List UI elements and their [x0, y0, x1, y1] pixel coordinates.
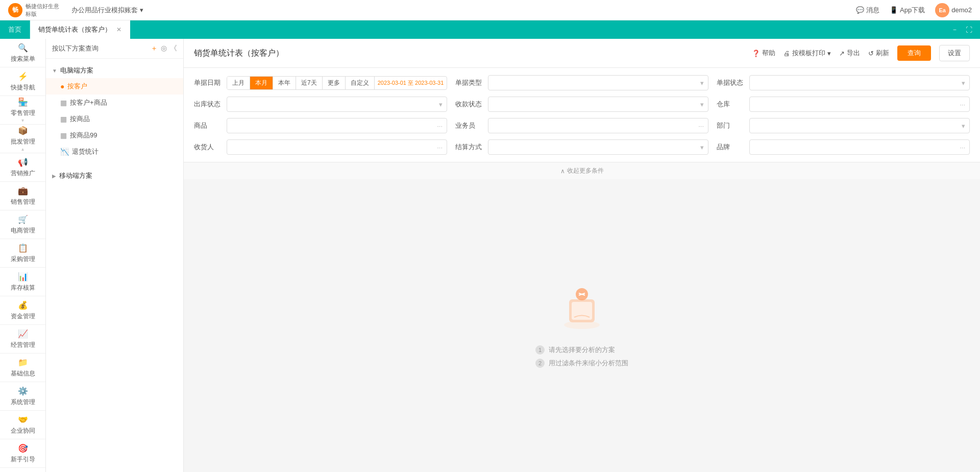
main-layout: 🔍 搜索菜单 ⚡ 快捷导航 🏪 零售管理 ▾ 📦 批发管理 ▴ 📢 营销推广 💼…	[0, 39, 980, 472]
payment-status-select[interactable]: ▾	[488, 97, 708, 112]
mobile-group-header[interactable]: ▶ 移动端方案	[46, 168, 183, 183]
doc-type-filter-item: 单据类型 ▾	[455, 75, 708, 90]
sidebar-item-retail[interactable]: 🏪 零售管理 ▾	[0, 96, 45, 125]
sidebar-item-label: 电商管理	[11, 226, 35, 235]
sidebar-item-basic-info[interactable]: 📁 基础信息	[0, 353, 45, 382]
window-minimize-button[interactable]: －	[949, 25, 960, 35]
by-goods-icon: ▦	[60, 115, 67, 123]
sidebar-item-quick-nav[interactable]: ⚡ 快捷导航	[0, 67, 45, 96]
scheme-label: 按客户	[67, 82, 87, 91]
sidebar-item-ecommerce[interactable]: 🛒 电商管理	[0, 210, 45, 239]
sidebar-item-marketing[interactable]: 📢 营销推广	[0, 153, 45, 182]
empty-tips: 1 请先选择要分析的方案 2 用过滤条件来缩小分析范围	[535, 345, 628, 368]
warehouse-filter-item: 仓库 ···	[717, 97, 970, 112]
user-avatar[interactable]: Ea demo2	[935, 3, 972, 17]
goods-select[interactable]: ···	[227, 118, 447, 133]
page-title: 销货单统计表（按客户）	[194, 48, 284, 59]
settlement-label: 结算方式	[455, 143, 484, 152]
help-icon: ❓	[752, 50, 760, 57]
doc-type-select[interactable]: ▾	[488, 75, 708, 90]
export-button[interactable]: ↗ 导出	[839, 49, 860, 58]
last7-btn[interactable]: 近7天	[296, 77, 323, 89]
salesperson-label: 业务员	[455, 121, 484, 130]
sidebar-item-search-menu[interactable]: 🔍 搜索菜单	[0, 39, 45, 67]
warehouse-select[interactable]: ···	[749, 97, 970, 112]
settlement-select[interactable]: ▾	[488, 139, 708, 155]
window-maximize-button[interactable]: ⛶	[964, 25, 974, 35]
sidebar-item-enterprise[interactable]: 🤝 企业协同	[0, 411, 45, 439]
content-area: 按以下方案查询 ＋ ◎ 《 ▼ 电脑端方案 ● 按客户 ▦	[46, 39, 980, 472]
scheme-label: 按商品	[70, 114, 90, 124]
print-icon: 🖨	[783, 50, 790, 57]
desktop-group-header[interactable]: ▼ 电脑端方案	[46, 63, 183, 78]
this-year-btn[interactable]: 本年	[273, 77, 296, 89]
message-button[interactable]: 💬 消息	[856, 6, 879, 15]
tip-text-2: 用过滤条件来缩小分析范围	[549, 359, 628, 368]
sidebar-item-business[interactable]: 📈 经营管理	[0, 325, 45, 353]
filter-row-1: 单据日期 上月 本月 本年 近7天 更多 自定义 2023-03-01 至 20…	[194, 75, 970, 90]
dropdown-arrow-icon: ▾	[140, 6, 143, 14]
warehouse-label: 仓库	[717, 100, 745, 109]
panel-header-actions: ＋ ◎ 《	[151, 44, 177, 53]
sidebar-item-sales-mgmt[interactable]: 💼 销售管理	[0, 182, 45, 210]
scheme-item-by-customer[interactable]: ● 按客户	[46, 78, 183, 95]
brand-label: 品牌	[717, 143, 745, 152]
search-menu-icon: 🔍	[18, 43, 28, 53]
sidebar-item-purchase[interactable]: 📋 采购管理	[0, 239, 45, 268]
scheme-item-by-customer-goods[interactable]: ▦ 按客户+商品	[46, 95, 183, 111]
doc-status-select[interactable]: ▾	[749, 75, 970, 90]
print-dropdown-icon: ▾	[827, 50, 831, 57]
logo-area: 畅 畅捷信好生意 标版	[8, 3, 59, 17]
sidebar-item-guide[interactable]: 🎯 新手引导	[0, 439, 45, 468]
panel-title: 按以下方案查询	[52, 44, 146, 53]
sidebar-item-app-center[interactable]: 📱 应用中心	[0, 468, 45, 472]
this-month-btn[interactable]: 本月	[250, 77, 273, 89]
tip-num-1: 1	[535, 345, 545, 355]
system-icon: ⚙️	[18, 386, 28, 396]
app-download-button[interactable]: 📱 App下载	[890, 6, 925, 15]
app-download-label: App下载	[900, 6, 925, 15]
goods-label: 商品	[194, 121, 223, 130]
tab-window-actions: － ⛶	[943, 25, 980, 35]
last-month-btn[interactable]: 上月	[227, 77, 250, 89]
collapse-row[interactable]: ∧ 收起更多条件	[184, 162, 980, 179]
recipient-select[interactable]: ···	[227, 139, 447, 155]
add-scheme-button[interactable]: ＋	[151, 44, 158, 53]
return-stat-icon: 📉	[60, 148, 69, 156]
marketing-icon: 📢	[18, 157, 28, 167]
salesperson-select[interactable]: ···	[488, 118, 708, 133]
sidebar-item-system[interactable]: ⚙️ 系统管理	[0, 382, 45, 411]
tab-bar: 首页 销货单统计表（按客户） ✕ － ⛶	[0, 20, 980, 39]
settings-button[interactable]: 设置	[939, 45, 970, 61]
inventory-icon: 📊	[18, 272, 28, 281]
collapse-button[interactable]: ∧ 收起更多条件	[560, 167, 604, 175]
company-selector[interactable]: 办公用品行业模拟账套 ▾	[71, 6, 143, 15]
dept-select[interactable]: ▾	[749, 118, 970, 133]
custom-date-btn[interactable]: 自定义	[346, 77, 375, 89]
scheme-item-by-goods99[interactable]: ▦ 按商品99	[46, 127, 183, 144]
brand-select[interactable]: ···	[749, 139, 970, 155]
scheme-settings-button[interactable]: ◎	[161, 44, 167, 53]
out-status-select[interactable]: ▾	[227, 97, 447, 112]
query-button[interactable]: 查询	[897, 45, 931, 61]
sidebar-item-finance[interactable]: 💰 资金管理	[0, 296, 45, 325]
panel-collapse-button[interactable]: 《	[170, 44, 177, 53]
template-print-button[interactable]: 🖨 按模板打印 ▾	[783, 49, 831, 58]
help-button[interactable]: ❓ 帮助	[752, 49, 775, 58]
tab-close-icon[interactable]: ✕	[116, 26, 121, 33]
refresh-button[interactable]: ↺ 刷新	[868, 49, 889, 58]
left-panel-header: 按以下方案查询 ＋ ◎ 《	[46, 39, 183, 59]
mobile-scheme-group: ▶ 移动端方案	[46, 164, 183, 187]
sidebar-item-wholesale[interactable]: 📦 批发管理 ▴	[0, 125, 45, 153]
recipient-dots-icon: ···	[437, 144, 443, 151]
sidebar-item-inventory[interactable]: 📊 库存核算	[0, 268, 45, 296]
tab-sales-stat[interactable]: 销货单统计表（按客户） ✕	[30, 20, 130, 39]
tip-text-1: 请先选择要分析的方案	[549, 345, 615, 355]
more-date-btn[interactable]: 更多	[323, 77, 346, 89]
tab-home[interactable]: 首页	[0, 20, 30, 39]
scheme-item-by-goods[interactable]: ▦ 按商品	[46, 111, 183, 127]
brand-dots-icon: ···	[960, 144, 965, 151]
out-status-filter-item: 出库状态 ▾	[194, 97, 447, 112]
out-status-label: 出库状态	[194, 100, 223, 109]
scheme-item-return-stat[interactable]: 📉 退货统计	[46, 144, 183, 160]
